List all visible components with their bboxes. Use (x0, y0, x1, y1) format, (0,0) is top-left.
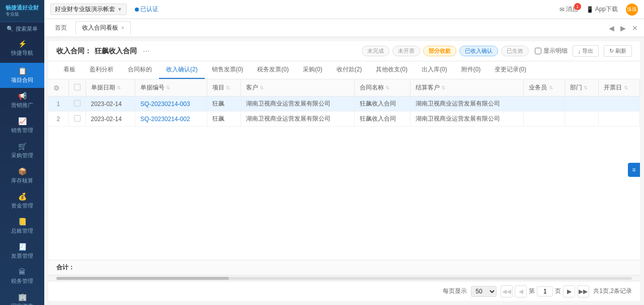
sidebar-item-quick-nav[interactable]: ⚡ 快捷导航 (0, 36, 44, 61)
sidebar-item-stock[interactable]: 📦 库存核算 (0, 163, 44, 188)
display-detail-input[interactable] (535, 48, 541, 54)
table-container: ⚙ 单据日期 ⇅ 单据编号 ⇅ (48, 79, 640, 260)
row2-customer: 湖南卫视商业运营发展有限公司 (241, 112, 355, 127)
tab-contract-board[interactable]: 收入合同看板 × (75, 21, 131, 35)
tab-nav-close[interactable]: ✕ (630, 23, 640, 33)
next-page-btn[interactable]: ▶ (563, 285, 575, 297)
finance-icon: 💰 (18, 192, 27, 200)
sub-tab-standard[interactable]: 合同标的 (121, 61, 159, 79)
sub-tab-board[interactable]: 看板 (56, 61, 83, 79)
display-detail-checkbox[interactable]: 显示明细 (535, 47, 568, 55)
sort-open-icon[interactable]: ⇅ (624, 85, 628, 90)
prev-page-btn[interactable]: ◀ (515, 285, 527, 297)
sidebar-item-assets[interactable]: 🏢 固定资产 (0, 289, 44, 305)
sub-tab-other-income[interactable]: 其他收支(0) (369, 61, 415, 79)
sidebar-item-project[interactable]: 📋 项目合同 (0, 63, 44, 88)
sidebar-item-invoice[interactable]: 🧾 发票管理 (0, 239, 44, 264)
row1-number[interactable]: SQ-20230214-003 (135, 96, 207, 112)
th-open-date-label: 开票日 (604, 84, 622, 91)
sort-customer-icon[interactable]: ⇅ (260, 85, 264, 90)
page-size-select[interactable]: 50 100 200 (471, 286, 497, 297)
th-customer[interactable]: 客户 ⇅ (241, 79, 355, 96)
export-label: 导出 (582, 47, 593, 55)
row2-salesperson (524, 112, 565, 127)
assets-icon: 🏢 (18, 293, 27, 301)
table-row[interactable]: 2 2023-02-14 SQ-20230214-002 狂飙 湖南卫视商业运营… (48, 112, 640, 127)
row2-number[interactable]: SQ-20230214-002 (135, 112, 207, 127)
status-tag-incomplete[interactable]: 未完成 (362, 46, 389, 56)
scroll-track (56, 277, 632, 280)
sub-tab-tax-invoice[interactable]: 税务发票(0) (250, 61, 296, 79)
th-checkbox[interactable] (68, 79, 86, 96)
sort-contract-icon[interactable]: ⇅ (385, 85, 389, 90)
tab-close-icon[interactable]: × (121, 25, 124, 31)
page-input[interactable] (537, 286, 553, 296)
table-row[interactable]: 1 2023-02-14 SQ-20230214-003 狂飙 湖南卫视商业运营… (48, 96, 640, 112)
status-tag-uninvoiced[interactable]: 未开票 (392, 46, 420, 56)
row2-checkbox-cell[interactable] (68, 112, 86, 127)
settings-icon[interactable]: ⚙ (53, 84, 60, 92)
right-action-btn[interactable]: ≡ (628, 163, 640, 177)
scroll-bar[interactable] (48, 275, 640, 281)
refresh-btn[interactable]: ↻ 刷新 (604, 45, 632, 57)
sort-dept-icon[interactable]: ⇅ (584, 85, 588, 90)
sidebar-item-tax[interactable]: 🏛 税务管理 (0, 264, 44, 289)
tab-nav-left[interactable]: ◀ (607, 23, 616, 33)
app-download-btn[interactable]: 📱 App下载 (586, 5, 618, 14)
sort-number-icon[interactable]: ⇅ (166, 85, 170, 90)
last-page-btn[interactable]: ▶▶ (577, 285, 589, 297)
message-btn[interactable]: ✉ 消息 1 (559, 5, 578, 14)
sub-tab-change-log[interactable]: 变更记录(0) (488, 61, 533, 79)
sub-tab-purchase[interactable]: 采购(0) (296, 61, 330, 79)
export-btn[interactable]: ↓ 导出 (573, 45, 599, 57)
th-project[interactable]: 项目 ⇅ (207, 79, 240, 96)
sidebar-item-general[interactable]: 📒 总账管理 (0, 214, 44, 239)
th-salesperson[interactable]: 业务员 ⇅ (524, 79, 565, 96)
sort-date-icon[interactable]: ⇅ (117, 85, 121, 90)
sub-tab-attachments[interactable]: 附件(0) (454, 61, 488, 79)
status-tag-confirmed[interactable]: 已收入确认 (459, 46, 498, 56)
sub-tab-income-confirm[interactable]: 收入确认(2) (159, 61, 205, 79)
sidebar-item-sales[interactable]: 📈 销售管理 (0, 113, 44, 138)
row1-checkbox[interactable] (74, 100, 80, 107)
sort-sales-icon[interactable]: ⇅ (549, 85, 553, 90)
user-avatar[interactable]: 珠珠 (626, 4, 638, 16)
row1-checkbox-cell[interactable] (68, 96, 86, 112)
contract-more-btn[interactable]: ··· (143, 47, 149, 56)
th-settle-customer[interactable]: 结算客户 ⇅ (410, 79, 524, 96)
row2-checkbox[interactable] (74, 115, 80, 122)
sort-settle-icon[interactable]: ⇅ (441, 85, 445, 90)
purchase-icon: 🛒 (18, 142, 27, 150)
sub-tab-sales-invoice[interactable]: 销售发票(0) (205, 61, 251, 79)
sub-tab-out-storage[interactable]: 出入库(0) (415, 61, 454, 79)
th-number[interactable]: 单据编号 ⇅ (135, 79, 207, 96)
tab-nav-right[interactable]: ▶ (618, 23, 628, 33)
sidebar-item-purchase[interactable]: 🛒 采购管理 (0, 138, 44, 163)
th-contract-name[interactable]: 合同名称 ⇅ (354, 79, 410, 96)
sidebar-item-marketing[interactable]: 📢 营销推广 (0, 88, 44, 113)
topbar-right: ✉ 消息 1 📱 App下载 珠珠 (559, 4, 638, 16)
status-tag-partial[interactable]: 部分收款 (423, 46, 456, 56)
th-date[interactable]: 单据日期 ⇅ (86, 79, 135, 96)
row2-contract-name: 狂飙收入合同 (354, 112, 410, 127)
page-size-label: 每页显示 (443, 287, 467, 295)
th-department[interactable]: 部门 ⇅ (565, 79, 599, 96)
sub-tab-profit[interactable]: 盈利分析 (83, 61, 121, 79)
sub-tab-payment[interactable]: 收付款(2) (330, 61, 369, 79)
first-page-btn[interactable]: ◀◀ (501, 285, 513, 297)
sort-project-icon[interactable]: ⇅ (226, 85, 230, 90)
th-open-date[interactable]: 开票日 ⇅ (599, 79, 640, 96)
scroll-thumb[interactable] (56, 277, 229, 280)
status-tag-effective[interactable]: 已生效 (501, 46, 529, 56)
sidebar-search[interactable]: 🔍 搜索菜单 (0, 22, 44, 36)
th-settings[interactable]: ⚙ (48, 79, 68, 96)
tab-home[interactable]: 首页 (48, 21, 73, 35)
total-label: 合计： (56, 263, 74, 272)
company-selector[interactable]: 好业财专业版演示帐套 ▼ (50, 4, 127, 15)
sidebar-item-finance[interactable]: 💰 资金管理 (0, 188, 44, 214)
total-info: 共1页,2条记录 (593, 287, 632, 295)
header-checkbox[interactable] (74, 84, 80, 90)
sales-icon: 📈 (18, 117, 27, 125)
sub-tabs: 看板 盈利分析 合同标的 收入确认(2) 销售发票(0) 税务发票(0) (48, 61, 640, 79)
row2-dept (565, 112, 599, 127)
